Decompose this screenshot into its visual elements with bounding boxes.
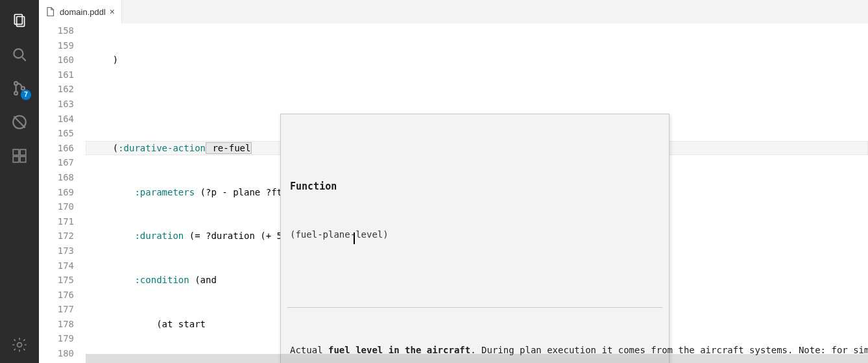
file-icon [45, 6, 56, 17]
hover-widget: Function (fuel-plane-level) Actual fuel … [280, 114, 669, 363]
svg-rect-10 [13, 156, 19, 162]
code-text: (at start [91, 319, 211, 329]
source-control-badge: 7 [21, 90, 31, 100]
line-number: 173 [39, 244, 86, 258]
hover-title: Function [290, 179, 660, 194]
line-number: 164 [39, 112, 86, 127]
svg-rect-0 [14, 14, 22, 24]
code-text: ( [91, 143, 118, 153]
line-number: 180 [39, 346, 86, 361]
line-number: 168 [39, 170, 86, 185]
tab-bar: domain.pddl × [39, 0, 868, 23]
editor[interactable]: 158 159 160 161 162 163 164 165 166 167 … [39, 23, 868, 363]
line-number: 161 [39, 68, 86, 82]
svg-rect-9 [13, 149, 19, 155]
gear-icon[interactable] [4, 329, 35, 360]
code-keyword: :duration [91, 231, 184, 241]
code-text: re-fuel [206, 142, 252, 154]
text-cursor-icon [354, 232, 355, 244]
code-text: (and [189, 275, 217, 285]
svg-point-5 [14, 92, 18, 95]
line-gutter: 158 159 160 161 162 163 164 165 166 167 … [39, 23, 86, 363]
line-number: 166 [39, 141, 86, 156]
extensions-icon[interactable] [4, 140, 35, 171]
line-number: 177 [39, 302, 86, 317]
svg-rect-1 [17, 17, 25, 27]
svg-line-3 [22, 57, 25, 60]
tab-domain-pddl[interactable]: domain.pddl × [39, 0, 122, 23]
close-icon[interactable]: × [110, 6, 115, 17]
svg-point-4 [14, 82, 18, 85]
code-keyword: :parameters [91, 187, 195, 197]
line-number: 160 [39, 53, 86, 68]
divider [287, 307, 662, 308]
line-number: 165 [39, 126, 86, 141]
line-number: 169 [39, 185, 86, 200]
line-number: 167 [39, 155, 86, 170]
svg-point-13 [18, 343, 22, 347]
explorer-icon[interactable] [4, 5, 35, 36]
line-number: 176 [39, 288, 86, 303]
hover-signature: (fuel-plane-level) [290, 227, 660, 242]
svg-rect-12 [20, 149, 26, 155]
line-number: 179 [39, 331, 86, 346]
line-number: 172 [39, 229, 86, 244]
code-text: ) [91, 55, 118, 65]
line-number: 170 [39, 199, 86, 214]
line-number: 163 [39, 97, 86, 112]
line-number: 158 [39, 23, 86, 38]
svg-line-8 [14, 116, 25, 127]
tab-filename: domain.pddl [60, 7, 106, 17]
svg-rect-11 [20, 156, 26, 162]
editor-main: domain.pddl × 158 159 160 161 162 163 16… [39, 0, 868, 363]
code-area[interactable]: ) (:durative-action re-fuel :parameters … [86, 23, 868, 363]
line-number: 174 [39, 258, 86, 273]
line-number: 171 [39, 214, 86, 229]
horizontal-scrollbar[interactable] [86, 354, 868, 363]
search-icon[interactable] [4, 39, 35, 70]
svg-point-2 [14, 49, 23, 58]
line-number: 159 [39, 38, 86, 53]
line-number: 175 [39, 273, 86, 288]
line-number: 178 [39, 317, 86, 332]
code-keyword: :durative-action [118, 143, 206, 153]
activity-bar: 7 [0, 0, 39, 363]
debug-icon[interactable] [4, 106, 35, 138]
source-control-icon[interactable]: 7 [4, 73, 35, 104]
code-keyword: :condition [91, 275, 189, 285]
line-number: 162 [39, 82, 86, 97]
